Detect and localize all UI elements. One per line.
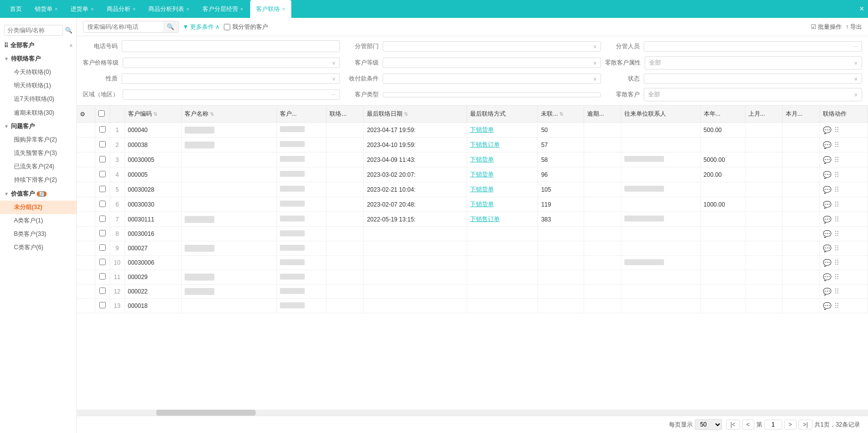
phone-action-icon[interactable]: 💬: [823, 216, 831, 223]
row-checkbox[interactable]: [99, 186, 106, 192]
nav-product-analysis-list[interactable]: 商品分析列表 ×: [142, 0, 195, 18]
phone-action-icon[interactable]: 💬: [823, 201, 831, 209]
more-filters-button[interactable]: ▼ 更多条件 ∧: [183, 23, 220, 31]
method-link[interactable]: 下销货单: [470, 156, 494, 163]
method-link[interactable]: 下销货单: [470, 126, 494, 133]
td-checkbox[interactable]: [95, 285, 110, 299]
close-sales-order[interactable]: ×: [55, 0, 58, 18]
row-checkbox[interactable]: [99, 302, 106, 308]
th-name[interactable]: 客户名称⇅: [182, 106, 276, 123]
row-checkbox[interactable]: [99, 171, 106, 177]
retail-attr-select[interactable]: 全部 ∨: [645, 56, 862, 70]
row-checkbox[interactable]: [99, 288, 106, 294]
phone-action-icon[interactable]: 💬: [823, 288, 831, 295]
gender-select[interactable]: ∨: [122, 73, 340, 84]
page-number-input[interactable]: [764, 420, 782, 430]
row-checkbox[interactable]: [99, 126, 106, 133]
td-checkbox[interactable]: [95, 152, 110, 167]
method-link[interactable]: 下销售订单: [470, 216, 500, 222]
th-contact[interactable]: 联络...: [327, 106, 364, 123]
customer-type-select[interactable]: [383, 92, 601, 97]
export-button[interactable]: ↑ 导出: [846, 23, 862, 31]
sidebar-value-customers-group[interactable]: ▼ 价值客户 🔄: [0, 187, 76, 201]
more-action-icon[interactable]: ⠿: [834, 201, 839, 209]
nav-customer-tier[interactable]: 客户分层经营 ×: [197, 0, 249, 18]
more-action-icon[interactable]: ⠿: [834, 186, 839, 194]
sidebar-item-class-b[interactable]: B类客户(33): [0, 227, 76, 241]
th-last-method[interactable]: 最后联络方式: [467, 106, 538, 123]
select-all-th[interactable]: [95, 106, 110, 123]
sidebar-item-overdue[interactable]: 逾期未联络(30): [0, 106, 76, 120]
sidebar-item-ungrouped[interactable]: 未分组(32): [0, 201, 76, 214]
phone-action-icon[interactable]: 💬: [823, 259, 831, 267]
phone-action-icon[interactable]: 💬: [823, 186, 831, 194]
row-checkbox[interactable]: [99, 259, 106, 265]
next-page-button[interactable]: >: [784, 420, 797, 430]
more-action-icon[interactable]: ⠿: [834, 302, 839, 310]
th-code[interactable]: 客户编码⇅: [125, 106, 182, 123]
phone-action-icon[interactable]: 💬: [823, 273, 831, 281]
sidebar-all-customers[interactable]: ⠿ 全部客户 «: [0, 39, 76, 52]
method-link[interactable]: 下销货单: [470, 186, 494, 193]
td-checkbox[interactable]: [95, 182, 110, 197]
phone-action-icon[interactable]: 💬: [823, 126, 831, 134]
method-link[interactable]: 下销货单: [470, 171, 494, 178]
last-page-button[interactable]: >|: [799, 420, 812, 430]
sidebar-item-7days[interactable]: 近7天待联络(0): [0, 92, 76, 106]
sidebar-item-class-c[interactable]: C类客户(6): [0, 241, 76, 254]
more-action-icon[interactable]: ⠿: [834, 288, 839, 295]
phone-input[interactable]: [122, 40, 340, 52]
more-action-icon[interactable]: ⠿: [834, 216, 839, 223]
row-checkbox[interactable]: [99, 273, 106, 280]
th-type[interactable]: 客户...: [276, 106, 327, 123]
more-action-icon[interactable]: ⠿: [834, 230, 839, 238]
th-this-year[interactable]: 本年...: [700, 106, 745, 123]
method-link[interactable]: 下销售订单: [470, 141, 500, 148]
td-checkbox[interactable]: [95, 123, 110, 138]
retail-customer-select[interactable]: 全部 ∨: [644, 88, 862, 101]
price-level-select[interactable]: ∨: [123, 58, 340, 68]
close-product-analysis[interactable]: ×: [133, 0, 135, 18]
sidebar-item-tomorrow[interactable]: 明天待联络(1): [0, 79, 76, 92]
nav-customer-contact[interactable]: 客户联络 ×: [250, 0, 291, 18]
nav-product-analysis[interactable]: 商品分析 ×: [101, 0, 141, 18]
search-input[interactable]: [83, 21, 163, 32]
phone-action-icon[interactable]: 💬: [823, 230, 831, 238]
close-purchase-order[interactable]: ×: [90, 0, 93, 18]
search-button[interactable]: 🔍: [163, 21, 178, 32]
my-customers-checkbox[interactable]: [224, 24, 230, 30]
region-select[interactable]: ···: [123, 89, 340, 100]
phone-action-icon[interactable]: 💬: [823, 156, 831, 164]
sidebar-item-today[interactable]: 今天待联络(0): [0, 66, 76, 79]
more-action-icon[interactable]: ⠿: [834, 126, 839, 134]
phone-action-icon[interactable]: 💬: [823, 141, 831, 149]
dept-select[interactable]: ∨: [383, 41, 601, 52]
td-checkbox[interactable]: [95, 270, 110, 285]
sidebar-item-abnormal[interactable]: 囤购异常客户(2): [0, 133, 76, 146]
td-checkbox[interactable]: [95, 197, 110, 212]
td-checkbox[interactable]: [95, 256, 110, 270]
sidebar-item-churn-warning[interactable]: 流失预警客户(3): [0, 146, 76, 160]
more-action-icon[interactable]: ⠿: [834, 273, 839, 281]
td-checkbox[interactable]: [95, 227, 110, 241]
first-page-button[interactable]: |<: [726, 420, 740, 430]
th-no-contact[interactable]: 未联...⇅: [538, 106, 584, 123]
phone-action-icon[interactable]: 💬: [823, 302, 831, 310]
close-product-analysis-list[interactable]: ×: [186, 0, 189, 18]
td-checkbox[interactable]: [95, 212, 110, 227]
td-checkbox[interactable]: [95, 299, 110, 313]
sidebar-item-class-a[interactable]: A类客户(1): [0, 214, 76, 227]
td-checkbox[interactable]: [95, 138, 110, 152]
page-size-select[interactable]: 50 100 200: [695, 419, 722, 430]
select-all-checkbox[interactable]: [98, 110, 105, 117]
sidebar-item-churned[interactable]: 已流失客户(24): [0, 160, 76, 173]
row-checkbox[interactable]: [99, 216, 106, 222]
settings-icon[interactable]: ⚙: [80, 111, 85, 118]
more-action-icon[interactable]: ⠿: [834, 259, 839, 267]
sidebar-problem-customers-group[interactable]: ▼ 问题客户: [0, 120, 76, 133]
th-this-month[interactable]: 本月...: [782, 106, 819, 123]
sidebar-search-input[interactable]: [4, 25, 63, 36]
nav-purchase-order[interactable]: 进货单 ×: [65, 0, 99, 18]
td-checkbox[interactable]: [95, 167, 110, 182]
nav-sales-order[interactable]: 销货单 ×: [29, 0, 64, 18]
